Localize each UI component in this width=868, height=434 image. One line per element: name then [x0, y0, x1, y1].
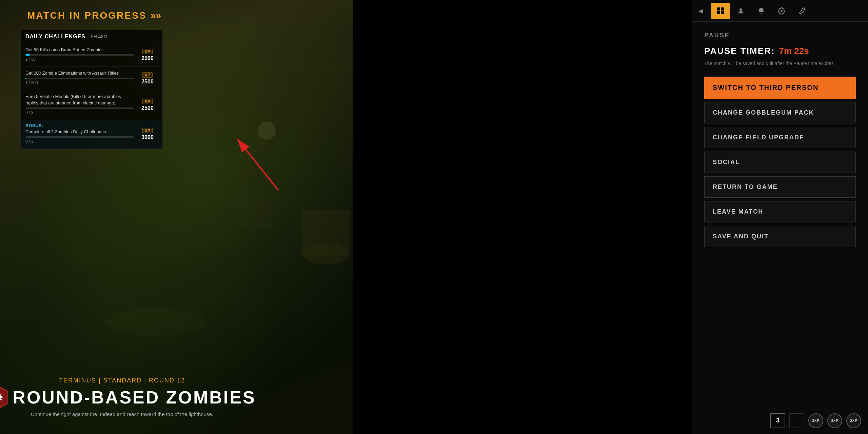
nav-tabs: ◀ — [692, 0, 868, 22]
challenge-bonus-progress-bar — [25, 136, 134, 138]
profile-icon — [737, 7, 745, 15]
nav-tab-bell[interactable] — [752, 3, 771, 19]
svg-point-25 — [739, 8, 742, 11]
challenge-bonus-xp: XP 3000 — [137, 123, 158, 145]
pause-section: PAUSE PAUSE TIMER: 7m 22s The match will… — [692, 22, 868, 407]
xp-token-3: 2XP — [846, 413, 861, 428]
pause-heading: PAUSE — [704, 32, 856, 39]
challenge-3-desc: Earn 5 Volatile Medals (Killed 5 or more… — [25, 94, 134, 106]
round-badge: 3 — [770, 413, 785, 428]
bell-icon — [757, 7, 765, 15]
pause-timer-label: PAUSE TIMER: — [704, 46, 775, 56]
right-panel: ◀ — [692, 0, 868, 434]
challenge-2-desc: Get 200 Zombie Eliminations with Assault… — [25, 70, 134, 76]
challenge-1-progress-bar — [25, 54, 134, 56]
svg-point-26 — [781, 10, 783, 12]
grid-icon — [716, 7, 725, 15]
challenge-bonus-progress: 0 / 3 — [25, 139, 134, 144]
svg-rect-5 — [20, 153, 224, 154]
challenge-2-progress: 1 / 200 — [25, 80, 134, 85]
switch-third-person-button[interactable]: SWITCH TO THIRD PERSON — [704, 77, 856, 99]
nav-tab-grid[interactable] — [711, 3, 730, 19]
nav-collapse-button[interactable]: ◀ — [695, 5, 707, 17]
challenge-bonus-desc: Complete all 3 Zombies Daily Challenges — [25, 129, 134, 135]
xp-token-2: 2XP — [827, 413, 842, 428]
challenge-item-bonus: Bonus: Complete all 3 Zombies Daily Chal… — [21, 120, 162, 149]
social-button[interactable]: SOCIAL — [704, 152, 856, 173]
challenge-3-progress-bar — [25, 107, 134, 109]
svg-text:☠: ☠ — [0, 392, 3, 402]
pause-timer-value: 7m 22s — [779, 46, 809, 56]
gear-icon — [778, 7, 785, 15]
challenge-1-desc: Get 50 Kills using Brain Rotted Zombies — [25, 47, 134, 53]
svg-rect-16 — [237, 197, 271, 227]
challenge-3-progress: 0 / 3 — [25, 110, 134, 115]
xp-token-1: 2XP — [808, 413, 823, 428]
top-bar: MATCH IN PROGRESS »» — [27, 10, 161, 21]
bottom-info: TERMINUS | STANDARD | ROUND 12 ☠ ROUND-B… — [0, 377, 256, 417]
game-mode-sub: Continue the fight against the undead an… — [0, 411, 256, 417]
challenge-3-xp: XP 2500 — [137, 94, 158, 116]
challenge-1-xp: XP 2500 — [137, 47, 158, 63]
game-mode-title: ROUND-BASED ZOMBIES — [13, 387, 256, 408]
svg-rect-24 — [721, 11, 724, 14]
challenges-timer: 5H 48M — [91, 34, 107, 39]
challenge-2-xp: XP 2500 — [137, 70, 158, 86]
svg-rect-14 — [302, 210, 349, 256]
pause-timer-desc: The match will be saved and quit after t… — [704, 60, 856, 67]
bottom-bar: 3 2XP 2XP 2XP — [692, 407, 868, 434]
skull-badge-icon: ☠ — [0, 386, 8, 409]
bonus-label: Bonus: — [25, 123, 134, 128]
svg-point-15 — [105, 309, 207, 336]
pause-timer-row: PAUSE TIMER: 7m 22s — [704, 46, 856, 56]
change-gobblegum-button[interactable]: CHANGE GOBBLEGUM PACK — [704, 102, 856, 123]
empty-slot — [789, 413, 804, 428]
nav-tab-settings[interactable] — [772, 3, 791, 19]
challenges-title: DAILY CHALLENGES — [25, 34, 85, 40]
svg-rect-23 — [717, 11, 720, 14]
challenges-header: DAILY CHALLENGES 5H 48M — [21, 30, 162, 43]
svg-rect-21 — [717, 7, 720, 11]
return-to-game-button[interactable]: RETURN TO GAME — [704, 176, 856, 198]
nav-tab-profile[interactable] — [731, 3, 750, 19]
leaf-icon — [798, 7, 806, 15]
challenge-item-1: Get 50 Kills using Brain Rotted Zombies … — [21, 43, 162, 67]
save-and-quit-button[interactable]: SAVE AND QUIT — [704, 226, 856, 247]
change-field-upgrade-button[interactable]: CHANGE FIELD UPGRADE — [704, 127, 856, 148]
match-chevrons: »» — [151, 10, 161, 21]
match-status-text: MATCH IN PROGRESS — [27, 10, 146, 21]
challenge-item-3: Earn 5 Volatile Medals (Killed 5 or more… — [21, 90, 162, 120]
challenges-panel: DAILY CHALLENGES 5H 48M Get 50 Kills usi… — [20, 30, 163, 149]
svg-rect-22 — [721, 7, 724, 11]
game-mode-label: TERMINUS | STANDARD | ROUND 12 — [0, 377, 256, 384]
challenge-item-2: Get 200 Zombie Eliminations with Assault… — [21, 67, 162, 90]
challenge-1-progress: 2 / 50 — [25, 57, 134, 62]
challenge-2-progress-bar — [25, 78, 134, 79]
leave-match-button[interactable]: LEAVE MATCH — [704, 201, 856, 222]
nav-tab-leaf[interactable] — [792, 3, 811, 19]
